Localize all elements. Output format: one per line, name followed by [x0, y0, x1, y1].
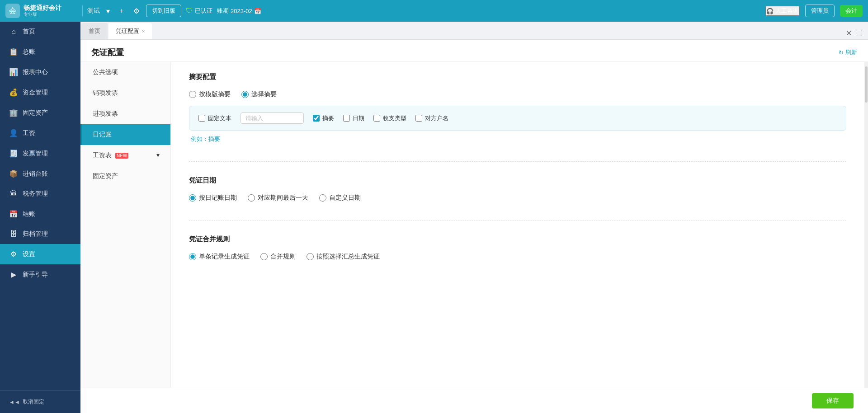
main-layout: ⌂首页📋总账📊报表中心💰资金管理🏢固定资产👤工资🧾发票管理📦进销台账🏛税务管理📅… — [0, 22, 868, 413]
sidebar-item-reports[interactable]: 📊报表中心 — [0, 62, 80, 82]
merge-radio-summary-input[interactable] — [307, 253, 314, 260]
sidebar-bottom: ◄◄ 取消固定 — [0, 390, 80, 413]
sidebar-item-ledger[interactable]: 📋总账 — [0, 42, 80, 62]
role-btn[interactable]: 会计 — [840, 5, 863, 17]
scrollbar-thumb — [865, 66, 868, 103]
summary-checkbox[interactable] — [313, 115, 320, 122]
fixed-text-input[interactable] — [241, 113, 304, 124]
left-nav-item-asset[interactable]: 固定资产 — [80, 166, 170, 187]
switch-old-btn[interactable]: 切到旧版 — [146, 5, 181, 17]
sidebar-item-close[interactable]: 📅结账 — [0, 204, 80, 224]
refresh-btn[interactable]: ↻ 刷新 — [839, 48, 857, 56]
summary-checkbox-label[interactable]: 摘要 — [313, 114, 334, 122]
page-footer: 保存 — [80, 388, 868, 413]
unpin-btn[interactable]: ◄◄ 取消固定 — [5, 395, 76, 408]
sidebar-item-invoice[interactable]: 🧾发票管理 — [0, 143, 80, 164]
chevron-down-icon: ▾ — [156, 151, 160, 159]
sidebar-item-guide[interactable]: ▶新手引导 — [0, 264, 80, 285]
sidebar-item-tax[interactable]: 🏛税务管理 — [0, 184, 80, 204]
logo-area: 会 畅捷通好会计 专业版 — [5, 4, 78, 18]
top-divider — [82, 5, 83, 16]
merge-radio-summary[interactable]: 按照选择汇总生成凭证 — [307, 253, 380, 261]
sidebar-item-payroll[interactable]: 👤工资 — [0, 123, 80, 143]
project-name: 测试 — [87, 7, 100, 15]
sidebar-item-settings[interactable]: ⚙设置 — [0, 244, 80, 264]
help-btn[interactable]: 🎧 人工咨询 — [765, 6, 800, 16]
add-btn[interactable]: ＋ — [116, 5, 127, 18]
headset-icon: 🎧 — [766, 8, 774, 14]
left-nav-item-sales[interactable]: 销项发票 — [80, 83, 170, 103]
date-checkbox[interactable] — [343, 115, 350, 122]
merge-radio-single-input[interactable] — [189, 253, 196, 260]
guide-icon: ▶ — [9, 270, 18, 279]
date-radio-journal[interactable]: 按日记账日期 — [189, 194, 237, 202]
summary-radio-select-input[interactable] — [241, 91, 249, 98]
refresh-icon: ↻ — [839, 49, 844, 56]
section-divider-1 — [189, 161, 846, 162]
inner-layout: 公共选项销项发票进项发票日记账工资表 NEW ▾固定资产 摘要配置 按模版摘要 — [80, 62, 868, 388]
save-btn[interactable]: 保存 — [812, 393, 854, 408]
left-nav-item-journal[interactable]: 日记账 — [80, 124, 170, 145]
sidebar-item-label: 发票管理 — [23, 150, 48, 158]
page-header: 凭证配置 ↻ 刷新 — [80, 40, 868, 62]
date-radio-custom-input[interactable] — [319, 194, 326, 202]
payroll-icon: 👤 — [9, 129, 18, 137]
sidebar-item-archive[interactable]: 🗄归档管理 — [0, 224, 80, 244]
summary-radio-select[interactable]: 选择摘要 — [241, 90, 277, 99]
left-arrow-icon: ◄◄ — [9, 399, 20, 405]
invoice-icon: 🧾 — [9, 149, 18, 158]
verified-badge: 🛡 已认证 — [186, 7, 212, 15]
left-nav-item-public[interactable]: 公共选项 — [80, 62, 170, 83]
left-nav-item-payroll[interactable]: 工资表 NEW ▾ — [80, 145, 170, 166]
merge-section-title: 凭证合并规则 — [189, 235, 846, 244]
sidebar-item-label: 税务管理 — [23, 190, 48, 198]
merge-section: 凭证合并规则 单条记录生成凭证 合并规则 — [189, 235, 846, 261]
tab-expand-action[interactable]: ⛶ — [855, 29, 863, 38]
left-nav-item-purchase[interactable]: 进项发票 — [80, 103, 170, 124]
date-radio-custom[interactable]: 自定义日期 — [319, 194, 361, 202]
page-content: 凭证配置 ↻ 刷新 公共选项销项发票进项发票日记账工资表 NEW ▾固定资产 摘… — [80, 40, 868, 388]
sidebar-scroll: ⌂首页📋总账📊报表中心💰资金管理🏢固定资产👤工资🧾发票管理📦进销台账🏛税务管理📅… — [0, 22, 80, 390]
assets-icon: 🏢 — [9, 108, 18, 117]
settings-btn[interactable]: ⚙ — [132, 5, 142, 17]
date-radio-last-input[interactable] — [248, 194, 255, 202]
ledger-icon: 📋 — [9, 47, 18, 56]
date-radio-last[interactable]: 对应期间最后一天 — [248, 194, 308, 202]
summary-checkbox-row: 固定文本 摘要 日期 — [189, 106, 846, 131]
content-area: 首页 凭证配置 × ✕ ⛶ 凭证配置 ↻ 刷新 — [80, 22, 868, 413]
left-nav: 公共选项销项发票进项发票日记账工资表 NEW ▾固定资产 — [80, 62, 171, 388]
summary-radio-template-input[interactable] — [189, 91, 196, 98]
tab-close-action[interactable]: ✕ — [846, 29, 852, 38]
admin-btn[interactable]: 管理员 — [805, 5, 835, 17]
sidebar-item-home[interactable]: ⌂首页 — [0, 22, 80, 42]
sidebar-item-assets[interactable]: 🏢固定资产 — [0, 103, 80, 123]
date-radio-journal-input[interactable] — [189, 194, 196, 202]
sidebar-item-label: 报表中心 — [23, 68, 48, 76]
logo-badge: 专业版 — [24, 11, 61, 18]
tab-home[interactable]: 首页 — [81, 23, 108, 39]
fixed-text-checkbox-label[interactable]: 固定文本 — [198, 114, 231, 122]
date-checkbox-label[interactable]: 日期 — [343, 114, 364, 122]
income-type-checkbox-label[interactable]: 收支类型 — [373, 114, 406, 122]
counterparty-checkbox[interactable] — [415, 115, 422, 122]
stock-icon: 📦 — [9, 169, 18, 178]
merge-radio-rule-input[interactable] — [260, 253, 268, 260]
sidebar-item-label: 新手引导 — [23, 271, 48, 279]
date-section: 凭证日期 按日记账日期 对应期间最后一天 — [189, 176, 846, 202]
counterparty-checkbox-label[interactable]: 对方户名 — [415, 114, 448, 122]
tab-voucher-config[interactable]: 凭证配置 × — [108, 23, 152, 39]
summary-radio-template[interactable]: 按模版摘要 — [189, 90, 231, 99]
top-right: 🎧 人工咨询 管理员 会计 — [765, 5, 863, 17]
merge-radio-group: 单条记录生成凭证 合并规则 按照选择汇总生成凭证 — [189, 253, 846, 261]
sidebar-item-funds[interactable]: 💰资金管理 — [0, 82, 80, 103]
dropdown-btn[interactable]: ▾ — [104, 5, 112, 17]
merge-radio-rule[interactable]: 合并规则 — [260, 253, 296, 261]
verified-icon: 🛡 — [186, 7, 193, 15]
sidebar-item-stock[interactable]: 📦进销台账 — [0, 164, 80, 184]
section-divider-2 — [189, 220, 846, 221]
tab-close-btn[interactable]: × — [142, 28, 145, 34]
right-scrollbar[interactable] — [864, 62, 868, 388]
income-type-checkbox[interactable] — [373, 115, 380, 122]
fixed-text-checkbox[interactable] — [198, 115, 205, 122]
merge-radio-single[interactable]: 单条记录生成凭证 — [189, 253, 250, 261]
